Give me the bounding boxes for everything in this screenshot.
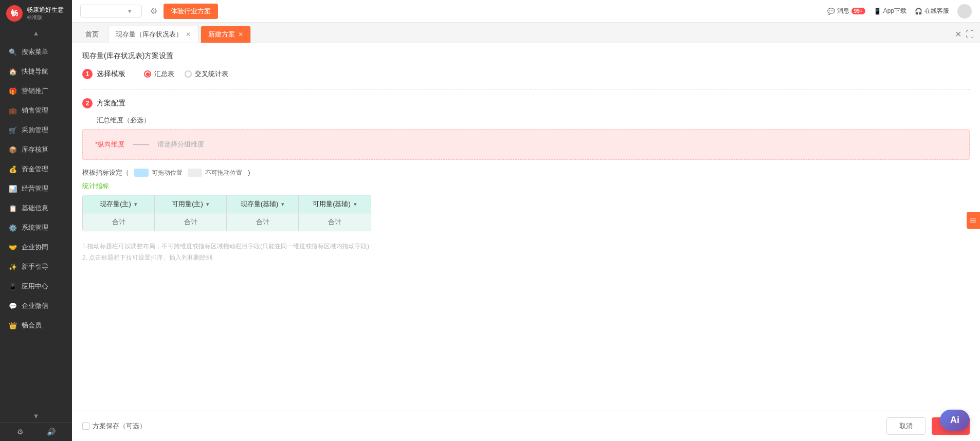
section1-header: 1 选择模板 汇总表 交叉统计表 xyxy=(82,69,970,79)
search-input[interactable] xyxy=(85,8,126,15)
radio-cross[interactable]: 交叉统计表 xyxy=(185,69,228,79)
tab-home[interactable]: 首页 xyxy=(78,26,106,43)
template-indicators: 模板指标设定（ 可拖动位置 不可拖动位置 ） xyxy=(82,168,970,177)
stats-label: 统计指标 xyxy=(82,181,970,191)
ai-bubble[interactable]: Ai xyxy=(940,410,970,431)
window-minimize-icon[interactable]: ✕ xyxy=(955,29,961,39)
movable-dot xyxy=(134,169,149,177)
dimension-box: *纵向维度 —— 请选择分组维度 xyxy=(82,129,970,160)
sidebar-item-operations[interactable]: 📊 经营管理 xyxy=(0,179,72,198)
quick-nav-icon: 🏠 xyxy=(8,67,17,76)
wechat-icon: 💬 xyxy=(8,301,17,310)
sidebar-item-label: 营销推广 xyxy=(22,86,48,96)
radio-cross-dot xyxy=(185,70,192,78)
guide-icon: ✨ xyxy=(8,262,17,271)
sidebar-item-label: 销售管理 xyxy=(22,106,48,115)
sidebar-item-app-center[interactable]: 📱 应用中心 xyxy=(0,277,72,296)
base-info-icon: 📋 xyxy=(8,204,17,213)
user-avatar[interactable] xyxy=(957,4,972,19)
settings-footer-btn[interactable]: ⚙ xyxy=(17,428,24,436)
sidebar: 畅 畅康通好生意 标准版 ▲ 🔍 搜索菜单 🏠 快捷导航 🎁 营销推广 💼 销售… xyxy=(0,0,72,441)
sidebar-item-label: 系统管理 xyxy=(22,223,48,232)
radio-summary[interactable]: 汇总表 xyxy=(144,69,174,79)
trial-plan-button[interactable]: 体验行业方案 xyxy=(164,4,218,19)
app-center-icon: 📱 xyxy=(8,282,17,291)
col1-chevron-icon[interactable]: ▾ xyxy=(134,201,137,208)
messages-label: 消息 xyxy=(837,7,849,15)
stats-col-4-header: 可用量(基辅) ▾ xyxy=(299,195,371,213)
customer-service-label: 在线客服 xyxy=(924,7,949,15)
customer-service-button[interactable]: 🎧 在线客服 xyxy=(915,7,949,15)
sidebar-logo: 畅 畅康通好生意 标准版 xyxy=(0,0,72,27)
aggregation-label: 汇总维度（必选） xyxy=(97,116,970,125)
checkbox-icon xyxy=(82,422,89,430)
sidebar-item-label: 采购管理 xyxy=(22,125,48,135)
window-maximize-icon[interactable]: ⛶ xyxy=(966,30,974,39)
stats-col-3: 现存量(基辅) ▾ 合计 xyxy=(227,195,299,231)
sidebar-nav: 🔍 搜索菜单 🏠 快捷导航 🎁 营销推广 💼 销售管理 🛒 采购管理 📦 库存核… xyxy=(0,39,72,410)
tabs-bar: 首页 现存量（库存状况表） ✕ 新建方案 ✕ ✕ ⛶ xyxy=(72,23,980,43)
system-icon: ⚙️ xyxy=(8,223,17,232)
tips-section: 1.拖动标题栏可以调整布局，不可跨维度或指标区域拖动栏目字段(只能在同一维度或指… xyxy=(82,241,970,263)
stats-col-2-body: 合计 xyxy=(155,213,226,231)
indicators-label: 模板指标设定（ xyxy=(82,168,129,177)
sidebar-item-guide[interactable]: ✨ 新手引导 xyxy=(0,257,72,277)
app-download-button[interactable]: 📱 App下载 xyxy=(874,7,906,15)
customer-service-icon: 🎧 xyxy=(915,8,922,15)
sidebar-item-search-menu[interactable]: 🔍 搜索菜单 xyxy=(0,42,72,62)
sidebar-scroll-up[interactable]: ▲ xyxy=(0,27,72,39)
sidebar-item-wechat[interactable]: 💬 企业微信 xyxy=(0,296,72,316)
sidebar-item-label: 应用中心 xyxy=(22,282,48,291)
sidebar-item-label: 企业微信 xyxy=(22,301,48,310)
sidebar-scroll-down[interactable]: ▼ xyxy=(0,410,72,422)
col4-chevron-icon[interactable]: ▾ xyxy=(354,201,357,208)
sound-footer-btn[interactable]: 🔊 xyxy=(47,428,56,436)
sidebar-item-quick-nav[interactable]: 🏠 快捷导航 xyxy=(0,62,72,81)
sidebar-item-inventory[interactable]: 📦 库存核算 xyxy=(0,140,72,159)
save-plan-label: 方案保存（可选） xyxy=(93,421,146,431)
messages-badge: 99+ xyxy=(851,8,865,14)
finance-icon: 💰 xyxy=(8,164,17,174)
sidebar-item-finance[interactable]: 💰 资金管理 xyxy=(0,159,72,179)
sidebar-item-cooperation[interactable]: 🤝 企业协同 xyxy=(0,237,72,257)
marketing-icon: 🎁 xyxy=(8,86,17,96)
sidebar-item-purchase[interactable]: 🛒 采购管理 xyxy=(0,120,72,140)
topbar-search-box[interactable]: ▾ xyxy=(80,5,142,17)
sidebar-footer: ⚙ 🔊 xyxy=(0,422,72,441)
section2-title: 方案配置 xyxy=(97,99,125,108)
bottom-bar: 方案保存（可选） 取消 查询 xyxy=(72,411,980,441)
section-select-template: 1 选择模板 汇总表 交叉统计表 xyxy=(82,69,970,79)
tab-inventory-status[interactable]: 现存量（库存状况表） ✕ xyxy=(108,26,198,43)
col2-chevron-icon[interactable]: ▾ xyxy=(206,201,209,208)
stats-col-3-header: 现存量(基辅) ▾ xyxy=(227,195,298,213)
dimension-placeholder[interactable]: 请选择分组维度 xyxy=(157,140,204,149)
right-edge-tab[interactable]: ||| xyxy=(967,212,980,229)
topbar: ▾ ⚙ 体验行业方案 💬 消息 99+ 📱 App下载 🎧 在线客服 xyxy=(72,0,980,23)
radio-summary-dot xyxy=(144,70,151,78)
movable-indicator: 可拖动位置 xyxy=(134,169,183,177)
sidebar-item-system[interactable]: ⚙️ 系统管理 xyxy=(0,218,72,237)
sidebar-item-label: 资金管理 xyxy=(22,164,48,174)
topbar-actions: 💬 消息 99+ 📱 App下载 🎧 在线客服 xyxy=(827,4,972,19)
search-dropdown-icon[interactable]: ▾ xyxy=(128,7,132,15)
sidebar-item-base-info[interactable]: 📋 基础信息 xyxy=(0,198,72,218)
sidebar-item-marketing[interactable]: 🎁 营销推广 xyxy=(0,81,72,101)
sidebar-item-label: 快捷导航 xyxy=(22,67,48,76)
tip1: 1.拖动标题栏可以调整布局，不可跨维度或指标区域拖动栏目字段(只能在同一维度或指… xyxy=(82,241,970,252)
logo-icon: 畅 xyxy=(6,5,23,22)
tab-inventory-close-icon[interactable]: ✕ xyxy=(186,31,191,38)
tab-new-plan-close-icon[interactable]: ✕ xyxy=(238,31,243,38)
cancel-button[interactable]: 取消 xyxy=(886,417,925,435)
tab-new-plan[interactable]: 新建方案 ✕ xyxy=(201,26,251,43)
main-area: ▾ ⚙ 体验行业方案 💬 消息 99+ 📱 App下载 🎧 在线客服 首页 xyxy=(72,0,980,441)
save-plan-checkbox[interactable]: 方案保存（可选） xyxy=(82,421,146,431)
message-icon: 💬 xyxy=(827,8,835,15)
col3-chevron-icon[interactable]: ▾ xyxy=(281,201,284,208)
sidebar-item-label: 搜索菜单 xyxy=(22,47,48,57)
section2-number: 2 xyxy=(82,98,93,108)
messages-button[interactable]: 💬 消息 99+ xyxy=(827,7,865,15)
settings-gear-icon[interactable]: ⚙ xyxy=(150,6,157,16)
sidebar-item-sales[interactable]: 💼 销售管理 xyxy=(0,101,72,120)
stats-col-4: 可用量(基辅) ▾ 合计 xyxy=(299,195,371,231)
sidebar-item-member[interactable]: 👑 畅会员 xyxy=(0,316,72,335)
